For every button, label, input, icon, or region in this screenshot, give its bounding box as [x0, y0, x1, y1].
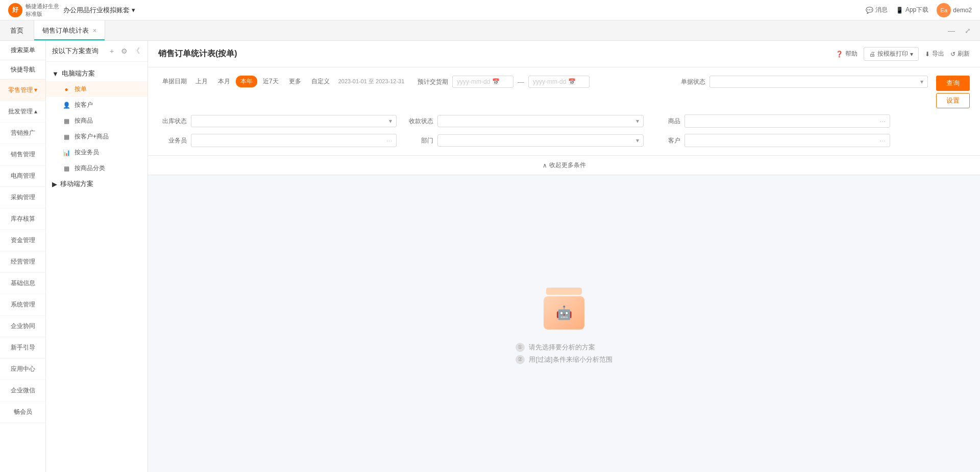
expand-icon: ▶ — [52, 180, 57, 188]
goods-input[interactable]: ··· — [684, 114, 890, 128]
export-btn[interactable]: ⬇ 导出 — [925, 50, 944, 58]
sidebar-item-app-center[interactable]: 应用中心 — [0, 359, 45, 380]
date-last7days-btn[interactable]: 近7天 — [258, 76, 283, 87]
date-more-btn[interactable]: 更多 — [284, 76, 306, 87]
query-btn[interactable]: 查询 — [936, 76, 970, 91]
chevron-down-icon: ▾ — [34, 86, 37, 93]
scheme-item-by-goods[interactable]: ▦ 按商品 — [46, 113, 148, 129]
ship-status-select[interactable]: ▾ — [191, 115, 397, 127]
refresh-btn[interactable]: ↺ 刷新 — [950, 50, 970, 58]
sidebar-item-basic[interactable]: 基础信息 — [0, 273, 45, 294]
scheme-icon-goods: ▦ — [62, 117, 70, 125]
scheme-item-by-customer[interactable]: 👤 按客户 — [46, 97, 148, 113]
scheme-panel: 按以下方案查询 + ⚙ 《 ▼ 电脑端方案 ● 按单 — [46, 41, 148, 472]
query-section: 查询 设置 — [936, 76, 970, 108]
sidebar-quick-nav[interactable]: 快捷导航 — [0, 60, 45, 79]
tab-maximize-btn[interactable]: ⤢ — [962, 25, 974, 37]
scheme-panel-title: 按以下方案查询 — [52, 46, 99, 56]
sidebar-item-sales[interactable]: 销售管理 — [0, 144, 45, 166]
calendar-icon: 📅 — [492, 78, 500, 85]
scheme-item-by-customer-goods[interactable]: ▦ 按客户+商品 — [46, 129, 148, 145]
collapse-more-btn[interactable]: ∧ 收起更多条件 — [543, 161, 586, 170]
sidebar-item-newbie[interactable]: 新手引导 — [0, 337, 45, 359]
sidebar-item-corp-wechat[interactable]: 企业微信 — [0, 380, 45, 402]
app-download-btn[interactable]: 📱 App下载 — [896, 6, 928, 14]
date-range-display: 2023-01-01 至 2023-12-31 — [338, 78, 405, 85]
payment-status-select[interactable]: ▾ — [437, 115, 643, 127]
hint-num-2: ② — [516, 355, 525, 364]
date-this-year-btn[interactable]: 本年 — [236, 76, 257, 87]
sidebar-item-corp[interactable]: 企业协同 — [0, 316, 45, 337]
page-header: 销售订单统计表(按单) ❓ 帮助 🖨 按模板打印 ▾ ⬇ — [148, 41, 980, 67]
sidebar-item-inventory[interactable]: 库存核算 — [0, 208, 45, 230]
empty-hint-1: ① 请先选择要分析的方案 — [516, 343, 612, 352]
logo-area: 好 畅捷通好生意 标准版 — [8, 3, 59, 17]
sidebar-item-system[interactable]: 系统管理 — [0, 294, 45, 316]
help-btn[interactable]: ❓ 帮助 — [836, 50, 857, 58]
customer-dots-icon: ··· — [879, 136, 886, 145]
date-shortcuts: 上月 本月 本年 近7天 更多 自定义 — [191, 76, 334, 87]
content-area: 按以下方案查询 + ⚙ 《 ▼ 电脑端方案 ● 按单 — [46, 41, 980, 472]
scheme-category-pc-header[interactable]: ▼ 电脑端方案 — [46, 66, 148, 81]
sidebar-item-member[interactable]: 畅会员 — [0, 402, 45, 423]
more-dots-icon: ··· — [879, 117, 886, 125]
template-print-btn[interactable]: 🖨 按模板打印 ▾ — [864, 47, 919, 61]
hint-num-1: ① — [516, 343, 525, 352]
tab-close-icon[interactable]: × — [93, 27, 96, 34]
scheme-item-by-order[interactable]: ● 按单 — [46, 81, 148, 97]
sidebar-item-retail[interactable]: 零售管理 ▾ — [0, 80, 45, 101]
collapse-bar[interactable]: ∧ 收起更多条件 — [148, 156, 980, 175]
user-area[interactable]: Ea demo2 — [937, 3, 972, 17]
tab-bar: 首页 销售订单统计表 × — ⤢ — [0, 20, 980, 41]
scheme-icon-salesperson: 📊 — [62, 149, 70, 157]
date-to-input[interactable]: yyyy-mm-dd 📅 — [528, 76, 590, 88]
page-header-actions: ❓ 帮助 🖨 按模板打印 ▾ ⬇ 导出 ↺ — [836, 47, 970, 61]
date-last-month-btn[interactable]: 上月 — [191, 76, 212, 87]
department-select[interactable]: ▾ — [437, 134, 643, 147]
scheme-settings-btn[interactable]: ⚙ — [119, 46, 129, 56]
chevron-up-icon: ▴ — [34, 108, 37, 115]
tab-home[interactable]: 首页 — [0, 20, 34, 40]
scheme-add-btn[interactable]: + — [107, 46, 117, 56]
sidebar-item-operation[interactable]: 经营管理 — [0, 251, 45, 273]
page-title-row: 销售订单统计表(按单) ❓ 帮助 🖨 按模板打印 ▾ ⬇ — [158, 47, 970, 61]
scheme-actions: + ⚙ 《 — [107, 46, 141, 56]
help-icon: ❓ — [836, 51, 843, 58]
scheme-category-mobile-header[interactable]: ▶ 移动端方案 — [46, 176, 148, 192]
sidebar-search-menu[interactable]: 搜索菜单 — [0, 41, 45, 60]
main-layout: 搜索菜单 快捷导航 零售管理 ▾ 批发管理 ▴ 营销推广 销售管理 电商管理 采… — [0, 41, 980, 472]
sidebar-item-purchase[interactable]: 采购管理 — [0, 187, 45, 208]
settings-btn[interactable]: 设置 — [936, 93, 970, 108]
message-btn[interactable]: 💬 消息 — [866, 6, 888, 14]
scheme-item-by-salesperson[interactable]: 📊 按业务员 — [46, 145, 148, 160]
scheme-item-by-category[interactable]: ▦ 按商品分类 — [46, 160, 148, 176]
chevron-down-icon: ▾ — [920, 78, 923, 85]
collapse-icon: ▼ — [52, 70, 59, 78]
tab-minimize-btn[interactable]: — — [945, 25, 958, 37]
empty-image: 🤖 — [538, 284, 590, 335]
chevron-down-icon: ▾ — [636, 137, 639, 144]
download-icon: 📱 — [896, 7, 903, 14]
calendar-icon-2: 📅 — [568, 78, 576, 85]
sidebar-item-finance[interactable]: 资金管理 — [0, 230, 45, 251]
doc-status-select[interactable]: ▾ — [709, 76, 928, 88]
ship-status-label: 出库状态 — [158, 117, 187, 126]
customer-input[interactable]: ··· — [684, 134, 890, 147]
date-from-input[interactable]: yyyy-mm-dd 📅 — [452, 76, 513, 88]
app-selector[interactable]: 办公用品行业模拟账套 ▾ — [63, 6, 135, 15]
sidebar-item-ecommerce[interactable]: 电商管理 — [0, 166, 45, 187]
expected-date-label: 预计交货期 — [418, 78, 448, 86]
sidebar-item-wholesale[interactable]: 批发管理 ▴ — [0, 101, 45, 123]
top-bar-left: 好 畅捷通好生意 标准版 办公用品行业模拟账套 ▾ — [8, 3, 135, 17]
salesperson-input[interactable]: ··· — [191, 134, 397, 147]
avatar: Ea — [937, 3, 951, 17]
scheme-collapse-btn[interactable]: 《 — [131, 46, 141, 56]
date-custom-btn[interactable]: 自定义 — [307, 76, 334, 87]
filter-area: 单据日期 上月 本月 本年 近7天 更多 自定义 2023-01-01 至 20… — [148, 67, 980, 156]
date-this-month-btn[interactable]: 本月 — [213, 76, 235, 87]
tab-sales-stats[interactable]: 销售订单统计表 × — [34, 20, 105, 40]
logo-text: 畅捷通好生意 标准版 — [26, 3, 59, 17]
page-title: 销售订单统计表(按单) — [158, 49, 237, 59]
salesperson-label: 业务员 — [158, 136, 187, 145]
sidebar-item-marketing[interactable]: 营销推广 — [0, 123, 45, 144]
